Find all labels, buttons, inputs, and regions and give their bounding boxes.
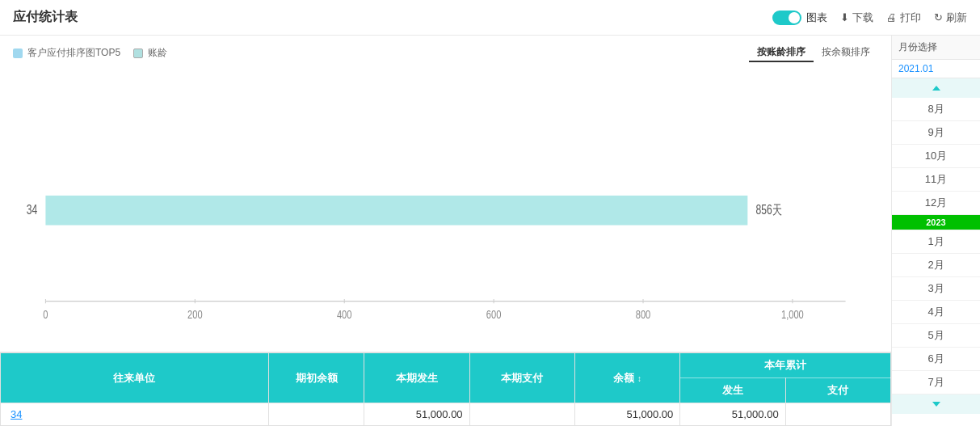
month-list: 8月9月10月11月12月20231月2月3月4月5月6月7月 bbox=[892, 98, 980, 394]
legend-balance-label: 账龄 bbox=[148, 46, 167, 60]
sidebar-year-input[interactable]: 2021.01 bbox=[892, 60, 980, 78]
x-tick-400: 400 bbox=[337, 307, 352, 321]
chart-bar bbox=[45, 196, 747, 226]
sidebar-header-label: 月份选择 bbox=[898, 41, 937, 53]
x-tick-600: 600 bbox=[486, 307, 502, 321]
legend-rank-label: 客户应付排序图TOP5 bbox=[27, 46, 120, 60]
right-sidebar: › 月份选择 2021.01 8月9月10月11月12月20231月2月3月4月… bbox=[891, 36, 980, 426]
chart-toggle-wrap: 图表 bbox=[772, 11, 827, 25]
bar-y-label: 34 bbox=[27, 203, 38, 217]
col-ytd-pay-header: 支付 bbox=[785, 378, 890, 403]
chart-section: 客户应付排序图TOP5 账龄 按账龄排序 按余额排序 bbox=[0, 36, 891, 352]
sort-amount-btn[interactable]: 按余额排序 bbox=[814, 44, 878, 62]
table-row: 34 51,000.00 51,000.00 51,000.00 bbox=[1, 403, 891, 426]
chart-sort-buttons: 按账龄排序 按余额排序 bbox=[749, 44, 878, 62]
month-item-10月[interactable]: 10月 bbox=[892, 145, 980, 168]
cell-ytd-occur: 51,000.00 bbox=[680, 403, 785, 426]
month-item-9月[interactable]: 9月 bbox=[892, 121, 980, 145]
legend-rank: 客户应付排序图TOP5 bbox=[13, 46, 120, 60]
chart-svg: 34 856天 0 200 400 600 800 1,000 bbox=[13, 69, 878, 344]
month-item-12月[interactable]: 12月 bbox=[892, 192, 980, 215]
month-item-11月[interactable]: 11月 bbox=[892, 168, 980, 192]
col-ytd-occur-header: 发生 bbox=[680, 378, 785, 403]
print-icon: 🖨 bbox=[886, 11, 897, 23]
page-title: 应付统计表 bbox=[13, 9, 78, 26]
sidebar-collapse-btn[interactable]: › bbox=[891, 219, 892, 243]
cell-unit[interactable]: 34 bbox=[1, 403, 269, 426]
legend-balance: 账龄 bbox=[133, 46, 167, 60]
chart-label: 图表 bbox=[806, 11, 827, 25]
legend-rank-dot bbox=[13, 49, 23, 58]
month-item-6月[interactable]: 6月 bbox=[892, 348, 980, 371]
col-current-pay-header: 本期支付 bbox=[469, 353, 574, 403]
sidebar-header: 月份选择 bbox=[892, 36, 980, 60]
sidebar-year-value: 2021.01 bbox=[898, 63, 933, 74]
refresh-button[interactable]: ↻ 刷新 bbox=[934, 11, 967, 25]
x-tick-200: 200 bbox=[187, 307, 203, 321]
refresh-label: 刷新 bbox=[946, 11, 967, 25]
download-button[interactable]: ⬇ 下载 bbox=[840, 11, 873, 25]
data-table: 往来单位 期初余额 本期发生 本期支付 余额 ↕ 本年累计 发生 支付 bbox=[0, 352, 891, 426]
download-icon: ⬇ bbox=[840, 11, 849, 23]
cell-current-occur: 51,000.00 bbox=[364, 403, 469, 426]
chart-toggle[interactable] bbox=[772, 11, 801, 25]
month-item-1月[interactable]: 1月 bbox=[892, 230, 980, 254]
print-button[interactable]: 🖨 打印 bbox=[886, 11, 921, 25]
chart-header: 客户应付排序图TOP5 账龄 按账龄排序 按余额排序 bbox=[13, 44, 878, 62]
cell-ytd-pay bbox=[785, 403, 890, 426]
col-current-occur-header: 本期发生 bbox=[364, 353, 469, 403]
main-content: 客户应付排序图TOP5 账龄 按账龄排序 按余额排序 bbox=[0, 36, 980, 426]
sidebar-scroll-up-btn[interactable] bbox=[892, 78, 980, 98]
refresh-icon: ↻ bbox=[934, 11, 943, 23]
x-tick-1000: 1,000 bbox=[781, 307, 804, 321]
month-item-5月[interactable]: 5月 bbox=[892, 324, 980, 348]
cell-opening bbox=[268, 403, 364, 426]
legend-balance-dot bbox=[133, 49, 143, 58]
chart-legend: 客户应付排序图TOP5 账龄 bbox=[13, 46, 167, 60]
sort-balance-btn[interactable]: 按账龄排序 bbox=[749, 44, 814, 62]
cell-balance: 51,000.00 bbox=[574, 403, 679, 426]
month-item-3月[interactable]: 3月 bbox=[892, 277, 980, 301]
sidebar-scroll-down-btn[interactable] bbox=[892, 394, 980, 414]
month-item-4月[interactable]: 4月 bbox=[892, 301, 980, 324]
download-label: 下载 bbox=[852, 11, 873, 25]
month-item-7月[interactable]: 7月 bbox=[892, 371, 980, 394]
left-panel: 客户应付排序图TOP5 账龄 按账龄排序 按余额排序 bbox=[0, 36, 891, 426]
month-item-2月[interactable]: 2月 bbox=[892, 254, 980, 277]
bar-end-label: 856天 bbox=[755, 203, 781, 217]
chevron-down-icon bbox=[930, 398, 943, 411]
col-ytd-header: 本年累计 bbox=[680, 353, 891, 378]
col-opening-header: 期初余额 bbox=[268, 353, 364, 403]
col-unit-header: 往来单位 bbox=[1, 353, 269, 403]
print-label: 打印 bbox=[900, 11, 921, 25]
x-tick-0: 0 bbox=[43, 307, 48, 321]
sidebar-year-marker[interactable]: 2023 bbox=[892, 215, 980, 230]
cell-current-pay bbox=[469, 403, 574, 426]
chevron-up-icon bbox=[930, 82, 943, 95]
x-tick-800: 800 bbox=[636, 307, 651, 321]
month-item-8月[interactable]: 8月 bbox=[892, 98, 980, 121]
col-balance-header: 余额 ↕ bbox=[574, 353, 679, 403]
chart-body: 34 856天 0 200 400 600 800 1,000 bbox=[13, 69, 878, 344]
app-header: 应付统计表 图表 ⬇ 下载 🖨 打印 ↻ 刷新 bbox=[0, 0, 980, 36]
table-section: 往来单位 期初余额 本期发生 本期支付 余额 ↕ 本年累计 发生 支付 bbox=[0, 352, 891, 426]
header-actions: 图表 ⬇ 下载 🖨 打印 ↻ 刷新 bbox=[772, 11, 967, 25]
